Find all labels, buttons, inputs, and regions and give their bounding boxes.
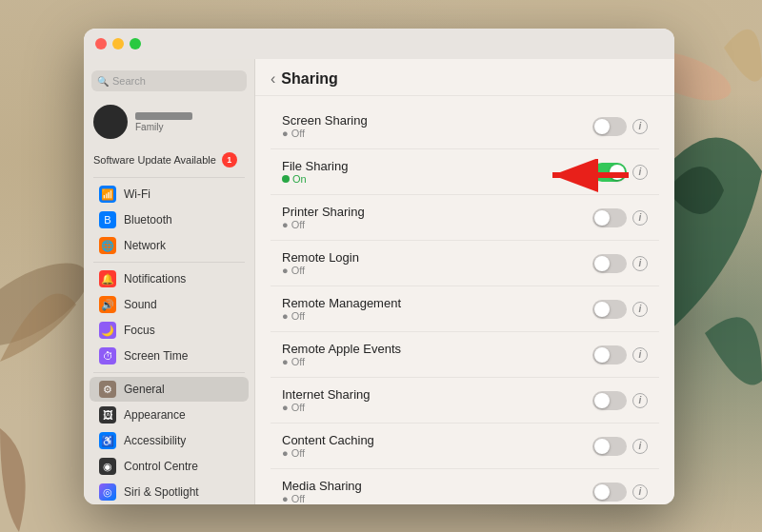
user-info: Family — [135, 112, 192, 132]
toggle-printer-sharing[interactable] — [592, 208, 627, 227]
network-icon: 🌐 — [99, 237, 116, 254]
user-section[interactable]: Family — [84, 99, 254, 145]
sidebar-item-focus[interactable]: 🌙 Focus — [90, 318, 249, 343]
divider-2 — [93, 262, 245, 263]
sharing-item-screen: Screen Sharing ● Off i — [271, 104, 659, 149]
content-header: ‹ Sharing — [255, 59, 674, 96]
toggle-remote-login[interactable] — [592, 254, 627, 273]
search-placeholder: Search — [112, 75, 146, 87]
notifications-icon: 🔔 — [99, 270, 116, 287]
toggle-remote-events[interactable] — [592, 345, 627, 365]
sidebar-item-label-focus: Focus — [124, 324, 155, 337]
sharing-controls-remote-login: i — [592, 254, 648, 273]
focus-icon: 🌙 — [99, 322, 116, 339]
update-available[interactable]: Software Update Available 1 — [84, 148, 254, 171]
sharing-item-media-info: Media Sharing ● Off — [282, 479, 585, 504]
toggle-internet-sharing[interactable] — [592, 391, 627, 410]
window-body: 🔍 Search Family Software Update Availabl… — [84, 59, 674, 504]
sidebar-item-label-accessibility: Accessibility — [124, 434, 186, 447]
info-printer-sharing[interactable]: i — [632, 210, 648, 226]
sidebar-item-general[interactable]: ⚙ General — [90, 377, 249, 402]
sidebar-item-network[interactable]: 🌐 Network — [90, 233, 249, 258]
user-subtitle: Family — [135, 122, 192, 132]
sidebar-item-label-general: General — [124, 383, 165, 396]
avatar — [93, 105, 128, 139]
update-badge-count: 1 — [222, 152, 237, 167]
info-screen-sharing[interactable]: i — [632, 119, 648, 134]
sharing-item-remote-mgmt-name: Remote Management — [282, 296, 585, 310]
sharing-controls-internet: i — [592, 391, 648, 410]
screentime-icon: ⏱ — [99, 347, 116, 365]
sidebar-item-label-wifi: Wi-Fi — [124, 187, 150, 201]
wifi-icon: 📶 — [99, 186, 116, 203]
toggle-content-caching[interactable] — [592, 437, 627, 456]
page-title: Sharing — [281, 70, 338, 88]
sidebar-item-bluetooth[interactable]: B Bluetooth — [90, 207, 249, 232]
info-file-sharing[interactable]: i — [632, 165, 648, 180]
accessibility-icon: ♿ — [99, 432, 116, 449]
sidebar-item-label-sound: Sound — [124, 298, 157, 311]
sharing-item-content-caching-status: ● Off — [282, 447, 585, 459]
sharing-item-content-caching: Content Caching ● Off i — [271, 424, 659, 469]
sharing-item-remote-events-name: Remote Apple Events — [282, 342, 585, 356]
sharing-controls-media: i — [592, 483, 648, 502]
sidebar-item-wifi[interactable]: 📶 Wi-Fi — [90, 182, 249, 207]
sidebar-item-controlcentre[interactable]: ◉ Control Centre — [90, 454, 249, 479]
sharing-controls-remote-mgmt: i — [592, 300, 648, 319]
sharing-list: Screen Sharing ● Off i File Sharing On — [255, 96, 674, 504]
sharing-item-content-caching-info: Content Caching ● Off — [282, 433, 585, 459]
update-label: Software Update Available — [93, 154, 216, 166]
sharing-item-screen-status: ● Off — [282, 128, 585, 139]
sharing-item-screen-info: Screen Sharing ● Off — [282, 113, 585, 139]
info-internet-sharing[interactable]: i — [632, 393, 648, 408]
sharing-item-screen-name: Screen Sharing — [282, 113, 585, 128]
info-remote-login[interactable]: i — [632, 256, 648, 271]
main-content: ‹ Sharing Screen Sharing ● Off i — [255, 59, 674, 504]
sidebar-item-siri[interactable]: ◎ Siri & Spotlight — [90, 480, 249, 504]
toggle-media-sharing[interactable] — [592, 483, 627, 502]
info-content-caching[interactable]: i — [632, 439, 648, 454]
sharing-item-remote-login-info: Remote Login ● Off — [282, 250, 585, 276]
sidebar-item-appearance[interactable]: 🖼 Appearance — [90, 403, 249, 427]
info-remote-mgmt[interactable]: i — [632, 302, 648, 317]
general-icon: ⚙ — [99, 381, 116, 398]
sharing-item-internet: Internet Sharing ● Off i — [271, 378, 659, 424]
sharing-item-remote-events-status: ● Off — [282, 356, 585, 367]
sharing-controls-remote-events: i — [592, 345, 648, 365]
titlebar — [84, 29, 674, 59]
info-media-sharing[interactable]: i — [632, 484, 648, 500]
divider-3 — [93, 372, 245, 373]
controlcentre-icon: ◉ — [99, 458, 116, 475]
sharing-controls-content-caching: i — [592, 437, 648, 456]
maximize-button[interactable] — [130, 38, 141, 49]
annotation-arrow — [538, 159, 614, 187]
sharing-item-remote-mgmt-status: ● Off — [282, 310, 585, 322]
minimize-button[interactable] — [112, 38, 124, 49]
sidebar-item-label-network: Network — [124, 239, 166, 252]
sharing-item-remote-login-name: Remote Login — [282, 250, 585, 265]
traffic-lights — [95, 38, 141, 49]
sharing-item-internet-name: Internet Sharing — [282, 387, 585, 402]
sharing-item-printer-status: ● Off — [282, 219, 585, 230]
sharing-item-printer-info: Printer Sharing ● Off — [282, 205, 585, 230]
sidebar-item-accessibility[interactable]: ♿ Accessibility — [90, 428, 249, 453]
sharing-item-printer: Printer Sharing ● Off i — [271, 195, 659, 241]
divider-1 — [93, 177, 245, 178]
sharing-item-remote-events: Remote Apple Events ● Off i — [271, 332, 659, 378]
toggle-screen-sharing[interactable] — [592, 117, 627, 136]
sharing-item-remote-login-status: ● Off — [282, 265, 585, 276]
sidebar-item-notifications[interactable]: 🔔 Notifications — [90, 266, 249, 291]
close-button[interactable] — [95, 38, 107, 49]
search-bar[interactable]: 🔍 Search — [91, 70, 247, 91]
sharing-controls-screen: i — [592, 117, 648, 136]
sidebar-item-sound[interactable]: 🔊 Sound — [90, 292, 249, 317]
sharing-item-media: Media Sharing ● Off i — [271, 469, 659, 504]
bluetooth-icon: B — [99, 211, 116, 228]
info-remote-events[interactable]: i — [632, 347, 648, 363]
sharing-item-remote-login: Remote Login ● Off i — [271, 241, 659, 286]
sidebar-item-screentime[interactable]: ⏱ Screen Time — [90, 344, 249, 368]
sound-icon: 🔊 — [99, 296, 116, 313]
back-button[interactable]: ‹ — [271, 70, 275, 88]
toggle-remote-mgmt[interactable] — [592, 300, 627, 319]
user-name — [135, 112, 192, 120]
